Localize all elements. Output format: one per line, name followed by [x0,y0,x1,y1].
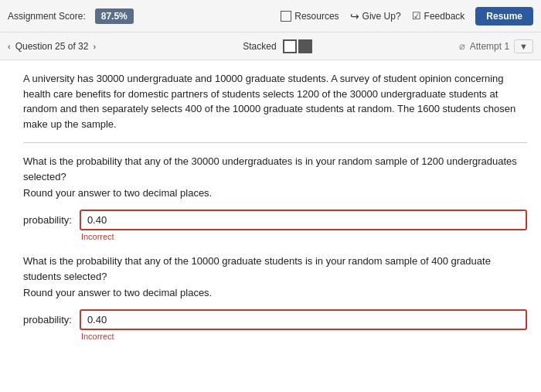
stacked-icons [283,39,312,53]
resources-button[interactable]: Resources [281,11,339,22]
question-nav: ‹ Question 25 of 32 › [8,41,96,52]
resources-label: Resources [294,11,339,22]
stacked-label: Stacked [243,41,276,52]
question-bar-center: Stacked [96,39,459,53]
q1-question: What is the probability that any of the … [23,154,527,184]
top-bar: Assignment Score: 87.5% Resources ↪ Give… [0,0,541,32]
feedback-icon: ☑ [412,10,421,22]
main-content: A university has 30000 undergraduate and… [0,60,541,392]
attempt-dropdown-button[interactable]: ▼ [514,39,533,53]
giveup-button[interactable]: ↪ Give Up? [350,10,401,22]
q2-answer-row: probability: Incorrect [23,309,527,341]
question-bar-right: ⌀ Attempt 1 ▼ [459,39,533,53]
attempt-slash-icon: ⌀ [459,40,465,52]
q1-answer-block: Incorrect [80,210,527,241]
q1-input-wrap [80,210,527,230]
resources-box-icon [281,11,291,22]
q1-incorrect-label: Incorrect [81,232,527,241]
q2-input[interactable] [87,314,519,326]
q2-round-note: Round your answer to two decimal places. [23,287,527,298]
problem-text: A university has 30000 undergraduate and… [23,71,527,131]
feedback-label: Feedback [424,11,465,22]
top-bar-actions: Resources ↪ Give Up? ☑ Feedback Resume [281,7,533,26]
feedback-button[interactable]: ☑ Feedback [412,10,465,22]
giveup-label: Give Up? [362,11,401,22]
question-counter: Question 25 of 32 [15,41,89,52]
attempt-label: Attempt 1 [470,41,509,52]
q1-answer-row: probability: Incorrect [23,210,527,241]
q1-round-note: Round your answer to two decimal places. [23,187,527,199]
q2-input-wrap [80,309,527,330]
stacked-box-2[interactable] [298,39,312,53]
divider-1 [23,142,527,143]
prev-question-button[interactable]: ‹ [8,42,11,51]
q1-input[interactable] [87,214,519,226]
giveup-arrow-icon: ↪ [350,10,359,22]
question-bar: ‹ Question 25 of 32 › Stacked ⌀ Attempt … [0,32,541,60]
q2-incorrect-label: Incorrect [81,332,527,341]
resume-button[interactable]: Resume [475,7,533,26]
q1-probability-label: probability: [23,210,72,226]
q2-answer-block: Incorrect [80,309,527,341]
score-badge: 87.5% [95,9,134,24]
q2-probability-label: probability: [23,309,72,326]
q2-question: What is the probability that any of the … [23,254,527,284]
stacked-box-1[interactable] [283,39,297,53]
assignment-label: Assignment Score: [8,11,86,22]
